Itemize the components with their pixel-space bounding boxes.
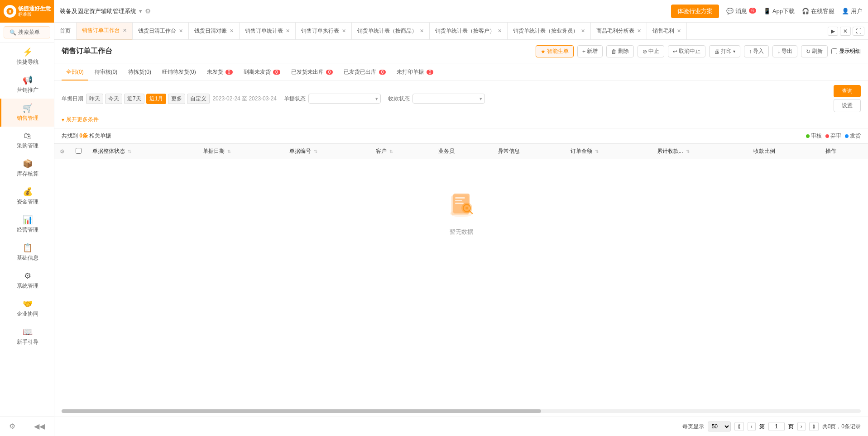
filter-tab-overdue-deliver[interactable]: 到期未发货 0	[239, 63, 285, 81]
tab-close-icon[interactable]: ✕	[420, 28, 424, 34]
cancel-review-action-button[interactable]: 弃审	[825, 132, 841, 140]
refresh-icon: ↻	[806, 48, 810, 55]
filter-tab-delivered-out[interactable]: 已发货已出库 0	[339, 63, 390, 81]
expand-conditions-button[interactable]: ▾ 展开更多条件	[62, 116, 99, 123]
filter-tab-wangpu-deliver[interactable]: 旺铺待发货(0)	[158, 63, 201, 81]
tab-close-icon[interactable]: ✕	[342, 28, 346, 34]
next-page-button[interactable]: ›	[797, 422, 806, 431]
scrollbar-thumb[interactable]	[62, 409, 541, 413]
user-action[interactable]: 👤 用户	[842, 7, 863, 15]
payment-label: 收款状态	[388, 95, 410, 103]
print-button[interactable]: 🖨 打印 ▾	[709, 45, 740, 57]
tab-close-all-button[interactable]: ✕	[840, 27, 851, 36]
sidebar-item-sales[interactable]: 🛒 销售管理	[0, 99, 54, 127]
sidebar-item-quick-nav[interactable]: ⚡ 快捷导航	[0, 43, 54, 71]
sidebar-item-system[interactable]: ⚙ 系统管理	[0, 266, 54, 294]
review-action-button[interactable]: 审核	[806, 132, 822, 140]
tab-maximize-button[interactable]: ⛶	[853, 27, 864, 36]
horizontal-scrollbar[interactable]	[62, 409, 861, 413]
first-page-button[interactable]: ⟪	[734, 422, 744, 431]
date-btn-today[interactable]: 今天	[105, 94, 122, 104]
deliver-action-button[interactable]: 发货	[845, 132, 861, 140]
tab-sales-stat-staff[interactable]: 销货单统计表（按业务员） ✕	[508, 23, 591, 40]
sidebar-item-finance[interactable]: 💰 资金管理	[0, 182, 54, 210]
smart-create-button[interactable]: ★ 智能生单	[536, 45, 574, 57]
tab-close-icon[interactable]: ✕	[179, 28, 183, 34]
settings-icon[interactable]: ⚙	[145, 7, 151, 15]
filter-tab-not-printed-label: 未打印单据	[397, 69, 424, 75]
filter-tab-pending-review[interactable]: 待审核(0)	[90, 63, 122, 81]
col-settings[interactable]: ⚙	[54, 144, 70, 159]
sort-icon[interactable]: ⇅	[389, 149, 393, 154]
tab-close-icon[interactable]: ✕	[498, 28, 502, 34]
sidebar-item-inventory[interactable]: 📦 库存核算	[0, 154, 54, 182]
sort-icon[interactable]: ⇅	[227, 149, 231, 154]
date-btn-custom[interactable]: 自定义	[187, 94, 210, 104]
date-btn-1month[interactable]: 近1月	[146, 94, 167, 104]
tab-goods-profit[interactable]: 商品毛利分析表 ✕	[591, 23, 647, 40]
app-download-action[interactable]: 📱 App下载	[763, 7, 795, 15]
date-btn-7days[interactable]: 近7天	[124, 94, 144, 104]
dropdown-icon[interactable]: ▾	[139, 8, 142, 14]
tab-sales-gross[interactable]: 销售毛利 ✕	[647, 23, 687, 40]
date-btn-more[interactable]: 更多	[168, 94, 185, 104]
tab-sales-stat[interactable]: 销售订单统计表 ✕	[240, 23, 296, 40]
tab-close-icon[interactable]: ✕	[286, 28, 290, 34]
select-all-checkbox[interactable]	[76, 148, 82, 154]
tab-close-icon[interactable]: ✕	[230, 28, 234, 34]
status-select[interactable]	[308, 94, 381, 104]
cancel-stop-button[interactable]: ↩ 取消中止	[668, 45, 705, 57]
import-button[interactable]: ↑ 导入	[744, 45, 769, 57]
tab-close-icon[interactable]: ✕	[677, 28, 681, 34]
tab-cash-clear[interactable]: 钱货日清工作台 ✕	[133, 23, 189, 40]
show-detail-label[interactable]: 显示明细	[831, 47, 861, 55]
prev-page-button[interactable]: ‹	[748, 422, 756, 431]
stop-button[interactable]: ⊘ 中止	[638, 45, 664, 57]
date-btn-yesterday[interactable]: 昨天	[86, 94, 103, 104]
sidebar-item-basic[interactable]: 📋 基础信息	[0, 238, 54, 266]
trial-button[interactable]: 体验行业方案	[671, 5, 719, 18]
tab-sales-stat-product[interactable]: 销货单统计表（按商品） ✕	[352, 23, 430, 40]
export-button[interactable]: ↓ 导出	[772, 45, 797, 57]
smart-create-label: 智能生单	[547, 47, 569, 55]
last-page-button[interactable]: ⟫	[809, 422, 819, 431]
collapse-icon[interactable]: ◀◀	[32, 420, 47, 432]
settings-icon[interactable]: ⚙	[7, 420, 17, 432]
sidebar-item-purchase[interactable]: 🛍 采购管理	[0, 127, 54, 154]
filter-tab-delivered-not-out[interactable]: 已发货未出库 0	[287, 63, 338, 81]
tab-sales-workbench[interactable]: 销售订单工作台 ✕	[77, 23, 133, 40]
search-settings-button[interactable]: 设置	[834, 99, 861, 112]
refresh-button[interactable]: ↻ 刷新	[801, 45, 828, 57]
sidebar-item-collab[interactable]: 🤝 企业协同	[0, 294, 54, 322]
online-service-action[interactable]: 🎧 在线客服	[802, 7, 834, 15]
sidebar-item-guide[interactable]: 📖 新手引导	[0, 322, 54, 351]
delete-button[interactable]: 🗑 删除	[606, 45, 634, 57]
filter-tab-not-delivered[interactable]: 未发货 0	[202, 63, 237, 81]
query-button[interactable]: 查询	[834, 85, 861, 97]
tab-cash-reconcile[interactable]: 钱货日清对账 ✕	[189, 23, 240, 40]
tab-close-icon[interactable]: ✕	[581, 28, 585, 34]
filter-tab-pending-inspect[interactable]: 待拣货(0)	[124, 63, 156, 81]
page-size-select[interactable]: 50 100	[708, 422, 731, 431]
print-dropdown-icon[interactable]: ▾	[733, 49, 735, 54]
show-detail-checkbox[interactable]	[831, 48, 837, 54]
filter-tab-not-printed[interactable]: 未打印单据 0	[392, 63, 438, 81]
tab-close-icon[interactable]: ✕	[637, 28, 641, 34]
message-action[interactable]: 💬 消息 6	[726, 7, 756, 15]
sidebar-item-marketing[interactable]: 📢 营销推广	[0, 71, 54, 99]
sort-icon[interactable]: ⇅	[595, 149, 599, 154]
add-button[interactable]: + 新增	[577, 45, 603, 57]
sidebar-item-operation[interactable]: 📊 经营管理	[0, 210, 54, 238]
tab-sales-exec[interactable]: 销售订单执行表 ✕	[296, 23, 352, 40]
sort-icon[interactable]: ⇅	[686, 149, 690, 154]
page-number-input[interactable]	[768, 422, 785, 431]
sort-icon[interactable]: ⇅	[314, 149, 317, 154]
filter-tab-all[interactable]: 全部(0)	[62, 63, 88, 81]
payment-select[interactable]	[412, 94, 485, 104]
tab-scroll-right-button[interactable]: ▶	[828, 27, 838, 36]
tab-sales-stat-customer[interactable]: 销货单统计表（按客户） ✕	[430, 23, 508, 40]
tab-home[interactable]: 首页	[54, 23, 77, 40]
sort-icon[interactable]: ⇅	[128, 149, 131, 154]
tab-close-icon[interactable]: ✕	[123, 28, 127, 33]
sidebar-search-button[interactable]: 🔍 搜索菜单	[4, 26, 50, 38]
